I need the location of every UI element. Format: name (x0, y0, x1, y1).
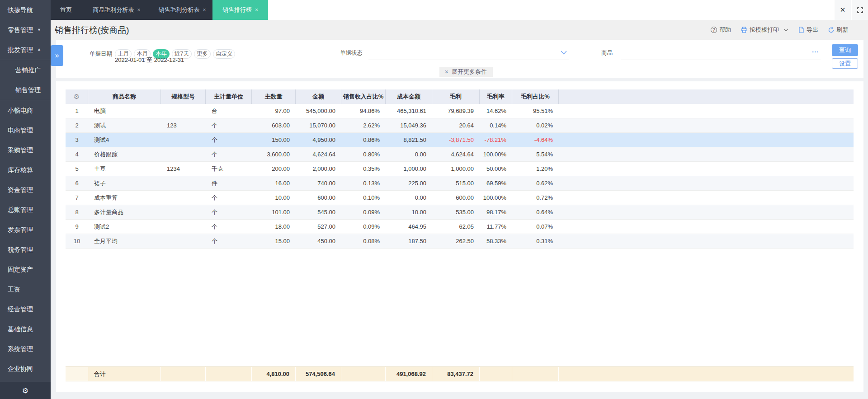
table-cell: 电脑 (88, 104, 161, 118)
date-option-pill[interactable]: 自定义 (213, 49, 236, 59)
table-row[interactable]: 2测试123个603.0015,070.002.62%15,049.3620.6… (66, 118, 854, 133)
sidebar-item[interactable]: 营销推广 (0, 60, 51, 80)
status-select[interactable] (368, 60, 569, 60)
sidebar-item-label: 销售管理 (15, 86, 41, 94)
tab-label: 商品毛利分析表 (93, 6, 134, 14)
fullscreen-button[interactable] (851, 0, 868, 20)
sidebar-item-label: 库存核算 (8, 166, 33, 174)
table-cell: 测试2 (88, 220, 161, 234)
help-button[interactable]: ? 帮助 (711, 26, 731, 34)
tab-2[interactable]: 销售毛利分析表× (152, 0, 212, 20)
sidebar-item[interactable]: 采购管理 (0, 140, 51, 160)
status-filter-label: 单据状态 (340, 49, 363, 57)
table-row[interactable]: 9测试2个18.00527.000.09%464.9562.0511.77%0.… (66, 220, 854, 234)
table-cell: 1.20% (512, 162, 559, 176)
tab-1[interactable]: 商品毛利分析表× (81, 0, 152, 20)
sidebar-item[interactable]: 税务管理 (0, 239, 51, 259)
table-cell (161, 220, 206, 234)
close-tab-icon[interactable]: × (255, 7, 258, 13)
total-row: 合计4,810.00574,506.64491,068.9283,437.72 (66, 366, 854, 381)
sidebar-item[interactable]: 库存核算 (0, 160, 51, 180)
table-cell (161, 176, 206, 191)
table-cell: 187.50 (386, 234, 432, 249)
expand-more-conditions-button[interactable]: » 展开更多条件 (439, 67, 493, 77)
page-header: 销售排行榜(按商品) ? 帮助 按模板打印 导出 刷新 (51, 20, 868, 40)
table-cell: 0.09% (341, 205, 386, 220)
close-tab-icon[interactable]: × (203, 7, 206, 13)
table-cell: 6 (66, 176, 88, 191)
column-settings-gear-icon[interactable]: ⚙ (66, 89, 88, 104)
export-button[interactable]: 导出 (798, 26, 818, 34)
sidebar-item[interactable]: 销售管理 (0, 80, 51, 100)
date-range-value[interactable]: 2022-01-01 至 2022-12-31 (115, 56, 184, 64)
data-grid: ⚙商品名称规格型号主计量单位主数量金额销售收入占比%成本金额毛利毛利率毛利占比%… (66, 89, 854, 249)
sidebar-item[interactable]: 快捷导航 (0, 0, 51, 20)
table-cell: 15,049.36 (386, 118, 432, 133)
print-by-template-button[interactable]: 按模板打印 (741, 26, 788, 34)
sidebar-item[interactable]: 基础信息 (0, 319, 51, 339)
close-icon: ✕ (840, 6, 846, 14)
query-button[interactable]: 查询 (832, 44, 858, 56)
sidebar-item[interactable]: 企业协同 (0, 359, 51, 379)
table-cell: 79,689.39 (432, 104, 480, 118)
product-input[interactable] (621, 60, 821, 60)
date-option-pill[interactable]: 更多 (194, 49, 211, 59)
column-header: 毛利率 (480, 89, 512, 104)
sidebar-item[interactable]: 经营管理 (0, 299, 51, 319)
refresh-button[interactable]: 刷新 (828, 26, 848, 34)
sidebar-item[interactable]: 固定资产 (0, 259, 51, 279)
table-row[interactable]: 3测试4个150.004,950.000.86%8,821.50-3,871.5… (66, 133, 854, 147)
table-cell: 2,000.00 (296, 162, 341, 176)
sidebar-settings-button[interactable]: ⚙ (0, 382, 51, 399)
total-cell: 83,437.72 (432, 367, 480, 381)
sidebar-item[interactable]: 工资 (0, 279, 51, 299)
table-row[interactable]: 4价格跟踪个3,600.004,624.640.80%0.004,624.641… (66, 147, 854, 162)
table-row[interactable]: 6裙子件16.00740.000.13%225.00515.0069.59%0.… (66, 176, 854, 191)
sidebar-item[interactable]: 批发管理▲ (0, 40, 51, 60)
table-cell: 600.00 (296, 191, 341, 205)
sidebar-item-label: 总账管理 (8, 206, 33, 213)
close-tab-icon[interactable]: × (137, 7, 140, 13)
table-cell: 测试 (88, 118, 161, 133)
table-header-row: ⚙商品名称规格型号主计量单位主数量金额销售收入占比%成本金额毛利毛利率毛利占比% (66, 89, 854, 104)
table-row[interactable]: 7成本重算个10.00600.000.10%0.00600.00100.00%0… (66, 191, 854, 205)
sidebar-item[interactable]: 资金管理 (0, 180, 51, 200)
table-cell: 1234 (161, 162, 206, 176)
settings-button[interactable]: 设置 (832, 58, 858, 69)
table-cell: 450.00 (296, 234, 341, 249)
table-row[interactable]: 5土豆1234千克200.002,000.000.35%1,000.001,00… (66, 162, 854, 176)
sidebar-item[interactable]: 电商管理 (0, 120, 51, 140)
table-cell: 1,000.00 (432, 162, 480, 176)
table-cell: 0.02% (512, 118, 559, 133)
table-row[interactable]: 8多计量商品个101.00545.000.09%10.00535.0098.17… (66, 205, 854, 220)
table-cell: 58.33% (480, 234, 512, 249)
table-cell: 200.00 (252, 162, 296, 176)
collapse-filter-handle[interactable]: » (51, 45, 63, 66)
table-cell-filler (559, 147, 854, 162)
table-cell: 465,310.61 (386, 104, 432, 118)
product-more-button[interactable]: ... (812, 46, 819, 54)
close-window-button[interactable]: ✕ (834, 0, 851, 20)
table-row[interactable]: 1电脑台97.00545,000.0094.86%465,310.6179,68… (66, 104, 854, 118)
sidebar: 快捷导航零售管理▼批发管理▲营销推广销售管理小畅电商电商管理采购管理库存核算资金… (0, 0, 51, 399)
tabs: 首页商品毛利分析表×销售毛利分析表×销售排行榜× (51, 0, 868, 20)
table-cell: 0.80% (341, 147, 386, 162)
tab-bar: 首页商品毛利分析表×销售毛利分析表×销售排行榜× ✕ (51, 0, 868, 20)
sidebar-item[interactable]: 总账管理 (0, 200, 51, 220)
tab-label: 销售毛利分析表 (158, 6, 199, 14)
table-cell: 0.86% (341, 133, 386, 147)
table-cell: 台 (206, 104, 252, 118)
table-cell: 价格跟踪 (88, 147, 161, 162)
tab-home[interactable]: 首页 (51, 0, 81, 20)
table-row[interactable]: 10全月平均个15.00450.000.08%187.50262.5058.33… (66, 234, 854, 249)
column-header: 销售收入占比% (341, 89, 386, 104)
table-cell: 740.00 (296, 176, 341, 191)
table-cell: 100.00% (480, 191, 512, 205)
table-cell: -3,871.50 (432, 133, 480, 147)
sidebar-item[interactable]: 小畅电商 (0, 100, 51, 120)
sidebar-item[interactable]: 零售管理▼ (0, 20, 51, 40)
sidebar-item[interactable]: 系统管理 (0, 339, 51, 359)
tab-3[interactable]: 销售排行榜× (212, 0, 268, 20)
sidebar-item-label: 工资 (8, 286, 20, 293)
sidebar-item[interactable]: 发票管理 (0, 220, 51, 239)
